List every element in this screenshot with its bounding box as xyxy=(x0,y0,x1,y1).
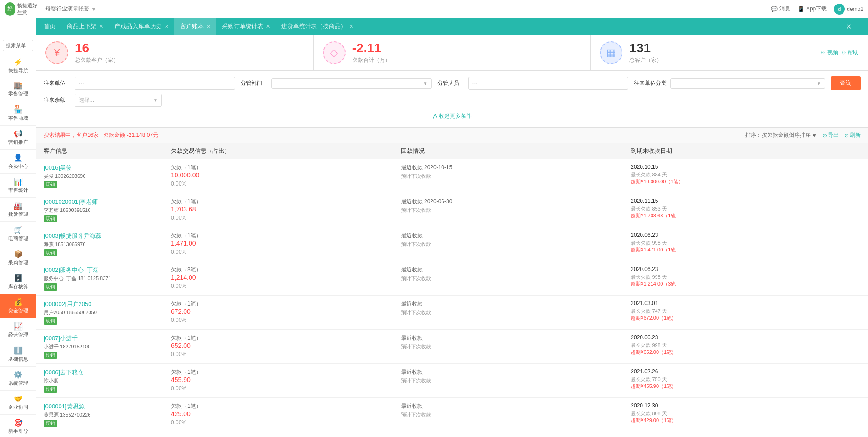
tab-purchase-order[interactable]: 采购订单统计表 ✕ xyxy=(216,18,276,35)
overdue-link[interactable]: 超期¥1,471.00（1笔） xyxy=(631,246,861,253)
sidebar-item-inventory[interactable]: 🗄️ 库存核算 xyxy=(0,270,36,294)
sidebar-item-enterprise[interactable]: 🤝 企业协同 xyxy=(0,391,36,415)
recovery-col: 最近收款 预计下次收款 xyxy=(401,232,631,256)
store-selector[interactable]: 母婴行业演示账套 ▼ xyxy=(45,5,96,13)
user-avatar-btn[interactable]: d demo2 xyxy=(834,4,863,15)
customer-code[interactable]: [000001]黄思源 xyxy=(44,402,171,411)
recovery-col: 最近收款 预计下次收款 xyxy=(401,266,631,291)
person-input[interactable]: ··· xyxy=(468,77,629,90)
overdue-link[interactable]: 超期¥10,000.00（1笔） xyxy=(631,178,861,185)
customer-code[interactable]: [0006]去下粮仓 xyxy=(44,368,171,377)
customer-code[interactable]: [0007]小进千 xyxy=(44,334,171,342)
sidebar: 搜索菜单 ⚡ 快捷导航 🏬 零售管理 🏪 零售商城 📢 营销推广 👤 会员中心 … xyxy=(0,0,36,437)
sidebar-item-business[interactable]: 📈 经营管理 xyxy=(0,318,36,342)
debt-count: 欠款（3笔） xyxy=(171,266,401,274)
next-collect: 预计下次收款 xyxy=(401,173,631,180)
debt-info-col: 欠款（1笔） 10,000.00 0.00% xyxy=(171,164,401,188)
overdue-link[interactable]: 超期¥1,703.68（1笔） xyxy=(631,212,861,219)
customer-code[interactable]: [000002]用户2050 xyxy=(44,300,171,308)
sidebar-item-guide[interactable]: 🎯 新手引导 xyxy=(0,415,36,437)
refresh-btn[interactable]: ⊙ 刷新 xyxy=(844,131,861,139)
message-icon: 💬 xyxy=(771,6,778,12)
overdue-link[interactable]: 超期¥672.00（1笔） xyxy=(631,315,861,321)
tab-maximize-btn[interactable]: ⛶ xyxy=(855,22,863,31)
filter-balance: 往来余额 选择... ▼ xyxy=(44,94,162,107)
help-link[interactable]: ⊙ 帮助 xyxy=(842,49,858,56)
overdue-days: 最长欠款 808 天 xyxy=(631,410,861,417)
sidebar-item-finance[interactable]: 💰 资金管理 xyxy=(0,294,36,318)
video-help-link[interactable]: ⊙ 视频 xyxy=(821,49,838,56)
refresh-icon: ⊙ xyxy=(844,132,849,139)
debt-info-col: 欠款（1笔） 672.00 0.00% xyxy=(171,300,401,325)
filter-row-2: 往来余额 选择... ▼ xyxy=(44,94,861,107)
dept-input[interactable]: ▼ xyxy=(271,78,432,89)
balance-input[interactable]: 选择... ▼ xyxy=(75,94,162,107)
overdue-link[interactable]: 超期¥455.90（1笔） xyxy=(631,383,861,390)
from-unit-input[interactable]: ··· xyxy=(75,77,235,90)
last-collect: 最近收款 xyxy=(401,300,631,308)
sidebar-item-basic-info[interactable]: ℹ️ 基础信息 xyxy=(0,342,36,367)
next-collect: 预计下次收款 xyxy=(401,207,631,214)
debt-amount: 455.90 xyxy=(171,376,401,383)
last-collect: 最近收款 xyxy=(401,368,631,376)
sidebar-item-retail-mgmt[interactable]: 🏬 零售管理 xyxy=(0,77,36,101)
debt-pct: 0.00% xyxy=(171,317,401,323)
sort-dropdown-btn[interactable]: 排序：按欠款金额倒序排序 ▼ xyxy=(745,131,817,139)
debt-number: -2.11 xyxy=(352,41,391,55)
overdue-days: 最长欠款 747 天 xyxy=(631,308,861,315)
tab-close-all-btn[interactable]: ✕ xyxy=(846,22,852,31)
balance-arrow-icon: ▼ xyxy=(153,98,158,103)
customer-code[interactable]: [0002]服务中心_丁磊 xyxy=(44,266,171,274)
last-collect: 最近收款 xyxy=(401,266,631,274)
overdue-link[interactable]: 超期¥1,214.00（3笔） xyxy=(631,281,861,287)
sidebar-item-retail-stats[interactable]: 📊 零售统计 xyxy=(0,174,36,198)
debt-count: 欠款（1笔） xyxy=(171,164,401,171)
table-row: [0002]服务中心_丁磊 服务中心_丁磊 181 0125 8371 现销 欠… xyxy=(36,261,868,296)
tab-close-customer-account[interactable]: ✕ xyxy=(206,24,211,30)
debt-info-col: 欠款（1笔） 1,703.68 0.00% xyxy=(171,198,401,222)
message-btn[interactable]: 💬 消息 xyxy=(771,5,790,13)
tab-close-inbound-stats[interactable]: ✕ xyxy=(349,24,353,30)
sidebar-item-batch-mgmt[interactable]: 🏭 批发管理 xyxy=(0,198,36,222)
sidebar-item-purchase[interactable]: 📦 采购管理 xyxy=(0,246,36,270)
app-download-btn[interactable]: 📱 App下载 xyxy=(798,5,827,13)
business-icon: 📈 xyxy=(14,322,23,331)
table-row: [0003]畅捷服务尹海蕊 海燕 18513066976 现销 欠款（1笔） 1… xyxy=(36,227,868,261)
customer-tag: 现销 xyxy=(44,420,57,427)
customer-tag: 现销 xyxy=(44,181,57,188)
tab-home[interactable]: 首页 xyxy=(38,18,61,35)
tab-customer-account[interactable]: 客户账本 ✕ xyxy=(175,18,216,35)
overdue-link[interactable]: 超期¥429.00（1笔） xyxy=(631,417,861,424)
debt-label: 欠款合计（万） xyxy=(352,56,391,64)
stat-info-customers: 16 总欠款客户（家） xyxy=(75,41,119,64)
sidebar-item-marketing[interactable]: 📢 营销推广 xyxy=(0,126,36,150)
tab-product-off[interactable]: 商品上下架 ✕ xyxy=(61,18,109,35)
search-button[interactable]: 查询 xyxy=(831,76,861,90)
search-menu-btn[interactable]: 搜索菜单 xyxy=(3,40,33,51)
customer-code[interactable]: [0001020001]李老师 xyxy=(44,198,171,206)
tab-product-history[interactable]: 产成品入库单历史 ✕ xyxy=(109,18,175,35)
customer-tag: 现销 xyxy=(44,386,57,393)
overdue-link[interactable]: 超期¥652.00（1笔） xyxy=(631,349,861,356)
debt-info-col: 欠款（1笔） 429.00 0.00% xyxy=(171,402,401,427)
sidebar-item-member[interactable]: 👤 会员中心 xyxy=(0,150,36,174)
collapse-btn[interactable]: ⋀ 收起更多条件 xyxy=(44,111,861,122)
tab-close-purchase-order[interactable]: ✕ xyxy=(266,24,270,30)
unit-category-arrow-icon: ▼ xyxy=(817,81,821,86)
sidebar-item-system[interactable]: ⚙️ 系统管理 xyxy=(0,367,36,391)
export-btn[interactable]: ⊙ 导出 xyxy=(823,131,839,139)
tab-close-product-off[interactable]: ✕ xyxy=(99,24,103,30)
customer-info-col: [0006]去下粮仓 陈小朋 现销 xyxy=(44,368,171,393)
tab-inbound-stats[interactable]: 进货单统计表（按商品） ✕ xyxy=(276,18,359,35)
balance-label: 往来余额 xyxy=(44,96,71,104)
customers-number: 16 xyxy=(75,41,119,55)
retail-mgmt-icon: 🏬 xyxy=(14,81,23,90)
due-date-col: 2020.12.30 最长欠款 808 天 超期¥429.00（1笔） xyxy=(631,402,861,427)
customer-code[interactable]: [0003]畅捷服务尹海蕊 xyxy=(44,232,171,240)
tab-close-product-history[interactable]: ✕ xyxy=(165,24,169,30)
sidebar-item-retail-mall[interactable]: 🏪 零售商城 xyxy=(0,101,36,126)
table-body: [0016]吴俊 吴俊 13026203696 现销 欠款（1笔） 10,000… xyxy=(36,159,868,437)
unit-category-input[interactable]: ▼ xyxy=(670,78,825,89)
customer-code[interactable]: [0016]吴俊 xyxy=(44,164,171,172)
sidebar-item-ecommerce[interactable]: 🛒 电商管理 xyxy=(0,222,36,246)
